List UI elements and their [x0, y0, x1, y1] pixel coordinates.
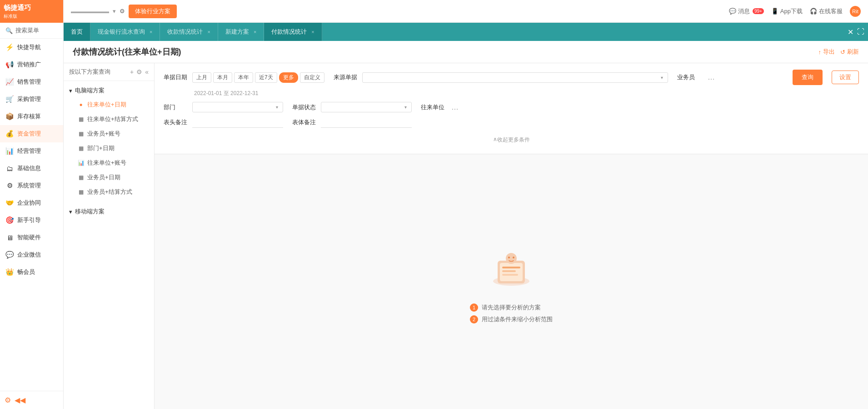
tab-payment-stats[interactable]: 付款情况统计×: [264, 23, 322, 41]
user-avatar-btn[interactable]: Rit: [850, 6, 861, 17]
header-note-input[interactable]: [192, 117, 283, 128]
scheme-item-salesperson-payment[interactable]: ▦业务员+结算方式: [64, 185, 154, 199]
tab-receipt-stats[interactable]: 收款情况统计×: [160, 23, 218, 41]
sidebar-item-basic-info[interactable]: 🗂基础信息: [0, 160, 63, 177]
sidebar-icon-purchase: 🛒: [5, 95, 14, 103]
page-header-actions: ↑ 导出 ↺ 刷新: [818, 48, 859, 56]
sidebar-label-wechat: 企业微信: [17, 251, 41, 259]
tab-close-payment-stats[interactable]: ×: [311, 29, 314, 35]
partner-filter: 往来单位 …: [421, 103, 459, 111]
date-buttons: 上月 本月 本年 近7天 更多 自定义: [192, 72, 324, 83]
search-label: 搜索菜单: [15, 26, 39, 35]
body-note-input[interactable]: [321, 117, 412, 128]
sidebar-item-cooperation[interactable]: 🤝企业协同: [0, 194, 63, 212]
topnav-settings-btn[interactable]: ⚙: [120, 8, 125, 15]
scheme-collapse-btn[interactable]: «: [145, 68, 149, 76]
sidebar-item-quick-nav[interactable]: ⚡快捷导航: [0, 39, 63, 56]
sidebar-item-purchase[interactable]: 🛒采购管理: [0, 91, 63, 108]
date-btn-last-month[interactable]: 上月: [192, 72, 211, 83]
sidebar-item-operations[interactable]: 📊经营管理: [0, 142, 63, 160]
date-btn-more[interactable]: 更多: [279, 72, 298, 83]
filter-action-btns: 设置: [832, 71, 859, 84]
refresh-btn[interactable]: ↺ 刷新: [840, 48, 859, 56]
date-btn-custom[interactable]: 自定义: [300, 72, 324, 83]
scheme-item-icon-salesperson-payment: ▦: [77, 188, 85, 196]
collapse-icon[interactable]: ◀◀: [15, 396, 25, 404]
scheme-settings-btn[interactable]: ⚙: [136, 68, 142, 76]
scheme-item-partner-payment[interactable]: ▦往来单位+结算方式: [64, 112, 154, 126]
settings-btn[interactable]: 设置: [832, 71, 859, 84]
topnav: ▬▬▬▬▬▬▬ ▾ ⚙ 体验行业方案 💬 消息 99+ 📱 App下载 🎧 在线…: [64, 0, 868, 23]
tab-close-new-scheme[interactable]: ×: [254, 29, 256, 35]
message-btn[interactable]: 💬 消息 99+: [729, 7, 764, 15]
app-download-label: App下载: [780, 7, 803, 15]
group-arrow-mobile: ▾: [69, 208, 72, 215]
sidebar-item-inventory[interactable]: 📦库存核算: [0, 108, 63, 125]
online-service-btn[interactable]: 🎧 在线客服: [810, 7, 843, 15]
sidebar-item-vip[interactable]: 👑畅会员: [0, 263, 63, 281]
dept-select[interactable]: ▾: [192, 102, 283, 112]
sidebar-label-vip: 畅会员: [17, 268, 35, 276]
sidebar-item-marketing[interactable]: 📢营销推广: [0, 56, 63, 73]
tab-bank-flow[interactable]: 现金银行流水查询×: [90, 23, 160, 41]
scheme-item-salesperson-account[interactable]: ▦业务员+账号: [64, 126, 154, 141]
search-menu[interactable]: 🔍 搜索菜单: [0, 23, 63, 39]
add-scheme-btn[interactable]: +: [130, 68, 134, 76]
tab-close-receipt-stats[interactable]: ×: [207, 29, 210, 35]
doc-status-filter: 单据状态 ▾: [292, 102, 412, 112]
salesperson-label: 业务员: [677, 73, 702, 81]
sidebar-item-wechat[interactable]: 💬企业微信: [0, 246, 63, 263]
salesperson-dots[interactable]: …: [708, 73, 715, 81]
sidebar-item-system[interactable]: ⚙系统管理: [0, 177, 63, 194]
dept-arrow: ▾: [276, 105, 278, 110]
scheme-groups: ▾电脑端方案●往来单位+日期▦往来单位+结算方式▦业务员+账号▦部门+日期📊往来…: [64, 81, 154, 221]
sidebar-label-sales: 销售管理: [17, 78, 41, 86]
date-btn-7days[interactable]: 近7天: [255, 72, 277, 83]
export-btn[interactable]: ↑ 导出: [818, 48, 835, 56]
app-download-btn[interactable]: 📱 App下载: [771, 7, 803, 15]
scheme-item-salesperson-date[interactable]: ▦业务员+日期: [64, 170, 154, 185]
app-name: 畅捷通巧: [4, 4, 31, 12]
scheme-item-label-partner-date: 往来单位+日期: [87, 101, 126, 109]
tab-home[interactable]: 首页: [64, 23, 90, 41]
export-icon: ↑: [818, 49, 822, 56]
sidebar-label-hardware: 智能硬件: [17, 233, 41, 242]
sidebar-item-sales[interactable]: 📈销售管理: [0, 73, 63, 91]
filter-row-2: 部门 ▾ 单据状态 ▾ 往来单位: [164, 102, 859, 112]
tab-close-bank-flow[interactable]: ×: [150, 29, 152, 35]
partner-dots[interactable]: …: [451, 103, 459, 111]
date-btn-this-month[interactable]: 本月: [213, 72, 232, 83]
settings-icon[interactable]: ⚙: [5, 396, 11, 404]
scheme-item-partner-date[interactable]: ●往来单位+日期: [64, 97, 154, 112]
collapse-bar[interactable]: ∧ 收起更多条件: [164, 132, 859, 147]
topnav-left: ▬▬▬▬▬▬▬ ▾ ⚙ 体验行业方案: [71, 5, 177, 18]
svg-point-6: [506, 253, 517, 264]
date-btn-this-year[interactable]: 本年: [234, 72, 253, 83]
filter-area: 单据日期 上月 本月 本年 近7天 更多 自定义 来源单据: [155, 63, 868, 409]
sidebar-item-guide[interactable]: 🎯新手引导: [0, 212, 63, 229]
scheme-panel: 按以下方案查询 + ⚙ « ▾电脑端方案●往来单位+日期▦往来单位+结算方式▦业…: [64, 63, 155, 409]
query-btn[interactable]: 查询: [793, 70, 823, 85]
source-select[interactable]: ▾: [362, 72, 668, 83]
sidebar-icon-marketing: 📢: [5, 61, 14, 69]
tab-new-scheme[interactable]: 新建方案×: [218, 23, 264, 41]
dropdown-arrow[interactable]: ▾: [113, 8, 116, 15]
sidebar-icon-sales: 📈: [5, 78, 14, 86]
maximize-icon[interactable]: ⛶: [857, 28, 864, 36]
sidebar-item-hardware[interactable]: 🖥智能硬件: [0, 229, 63, 246]
date-range-display: 2022-01-01 至 2022-12-31: [192, 90, 859, 97]
scheme-item-dept-date[interactable]: ▦部门+日期: [64, 141, 154, 156]
source-arrow: ▾: [661, 75, 663, 80]
scheme-group-header-pc[interactable]: ▾电脑端方案: [64, 84, 154, 97]
tip2-text: 用过滤条件来缩小分析范围: [482, 315, 553, 323]
scheme-panel-header-btns: + ⚙ «: [130, 68, 149, 76]
sidebar-item-finance[interactable]: 💰资金管理: [0, 125, 63, 142]
doc-status-select[interactable]: ▾: [321, 102, 412, 112]
close-all-icon[interactable]: ✕: [848, 28, 853, 36]
try-industry-btn[interactable]: 体验行业方案: [129, 5, 177, 18]
dept-filter: 部门 ▾: [164, 102, 283, 112]
scheme-group-header-mobile[interactable]: ▾移动端方案: [64, 205, 154, 218]
body-note-label: 表体备注: [292, 118, 317, 126]
search-icon: 🔍: [5, 27, 13, 34]
scheme-item-partner-account[interactable]: 📊往来单位+账号: [64, 156, 154, 170]
